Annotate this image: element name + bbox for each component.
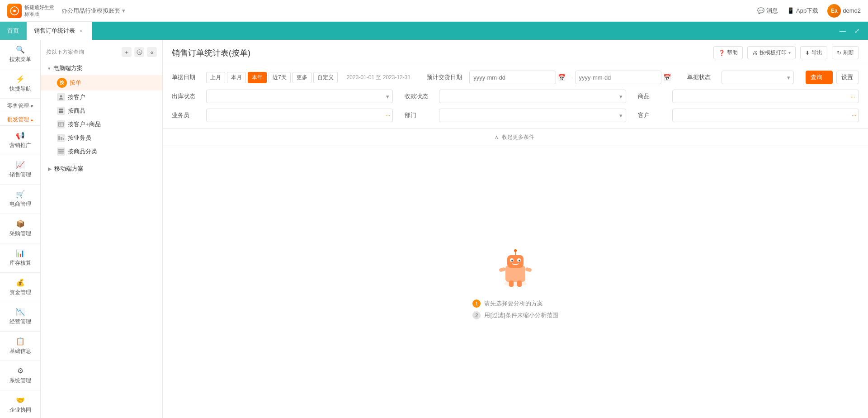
app-download-btn[interactable]: 📱 App下载 <box>787 7 818 15</box>
tab-sales-order[interactable]: 销售订单统计表 × <box>27 22 92 40</box>
empty-tip-1: 1 请先选择要分析的方案 <box>472 299 558 308</box>
sidebar-item-wholesale[interactable]: 批发管理 ▴ <box>0 112 40 126</box>
content-area: 按以下方案查询 + ✎ « ▾ 电脑端方案 按 按单 <box>41 40 868 418</box>
payment-status-select[interactable] <box>439 90 626 103</box>
left-panel-header: 按以下方案查询 + ✎ « <box>41 44 162 60</box>
svg-rect-6 <box>58 123 64 126</box>
pc-scheme-group: ▾ 电脑端方案 按 按单 按客户 按商品 <box>41 60 162 160</box>
filter-department-wrap: ▾ <box>439 109 626 122</box>
empty-tip-2: 2 用[过滤]条件来缩小分析范围 <box>472 311 558 319</box>
filter-row-status: 出库状态 ▾ 收款状态 ▾ 商品 ··· <box>172 90 859 103</box>
calendar-start-icon[interactable]: 📅 <box>558 74 566 81</box>
help-icon: ❓ <box>718 50 725 56</box>
calendar-end-icon[interactable]: 📅 <box>663 74 671 81</box>
topbar: 畅捷通好生意 标准版 办公用品行业模拟账套 ▾ 💬 消息 📱 App下载 Ea … <box>0 0 868 22</box>
status-select[interactable] <box>722 71 794 84</box>
more-date-btn[interactable]: 更多 <box>292 72 311 83</box>
collapse-bar[interactable]: ∧ 收起更多条件 <box>163 129 868 146</box>
sidebar-item-purchase[interactable]: 📦 采购管理 <box>0 214 40 243</box>
salesperson-input[interactable] <box>206 109 393 122</box>
sidebar-item-finance[interactable]: 💰 资金管理 <box>0 273 40 302</box>
settings-btn[interactable]: 设置 <box>836 71 859 84</box>
sidebar-item-sales[interactable]: 📈 销售管理 <box>0 155 40 185</box>
tree-child-by-salesperson[interactable]: 按业务员 <box>41 131 162 145</box>
tab-minimize-btn[interactable]: — <box>837 25 848 36</box>
tree-child-by-order[interactable]: 按 按单 <box>41 75 162 90</box>
tree-child-by-goods-category[interactable]: 按商品分类 <box>41 145 162 158</box>
expected-date-start-input[interactable] <box>469 71 556 84</box>
inventory-icon: 📊 <box>16 249 25 257</box>
sidebar-item-enterprise[interactable]: 🤝 企业协同 <box>0 390 40 418</box>
basic-info-icon: 📋 <box>16 337 25 346</box>
message-btn[interactable]: 💬 消息 <box>757 7 778 15</box>
tree-child-by-goods[interactable]: 按商品 <box>41 104 162 118</box>
goods-select[interactable] <box>672 90 859 103</box>
sidebar-item-retail[interactable]: 零售管理 ▾ <box>0 99 40 112</box>
expected-date-end-input[interactable] <box>575 71 661 84</box>
sidebar-item-operations[interactable]: 📉 经营管理 <box>0 302 40 332</box>
export-btn[interactable]: ⬇ 导出 <box>800 46 827 59</box>
customer-more-icon[interactable]: ··· <box>852 112 856 119</box>
system-icon: ⚙ <box>17 366 24 375</box>
tab-close-btn[interactable]: × <box>78 28 84 34</box>
empty-tips: 1 请先选择要分析的方案 2 用[过滤]条件来缩小分析范围 <box>472 299 558 319</box>
this-month-btn[interactable]: 本月 <box>227 72 246 83</box>
tab-maximize-btn[interactable]: ⤢ <box>852 25 863 36</box>
payment-status-label: 收款状态 <box>405 92 432 100</box>
tab-home[interactable]: 首页 <box>0 22 27 40</box>
svg-rect-26 <box>509 280 514 287</box>
this-year-btn[interactable]: 本年 <box>248 72 267 83</box>
sidebar-item-basic-info[interactable]: 📋 基础信息 <box>0 332 40 361</box>
sidebar-item-marketing[interactable]: 📢 营销推广 <box>0 126 40 155</box>
refresh-btn[interactable]: ↻ 刷新 <box>832 46 859 59</box>
breadcrumb[interactable]: 办公用品行业模拟账套 ▾ <box>54 7 757 15</box>
svg-rect-27 <box>517 280 522 287</box>
salesperson-more-icon[interactable]: ··· <box>386 112 390 119</box>
tree-parent-mobile[interactable]: ▶ 移动端方案 <box>41 162 162 176</box>
svg-rect-4 <box>59 109 63 113</box>
salesperson-label: 业务员 <box>172 111 199 119</box>
department-select[interactable] <box>439 109 626 122</box>
app-logo: 畅捷通好生意 标准版 <box>7 4 54 18</box>
sidebar-item-search-menu[interactable]: 🔍 搜索菜单 <box>0 40 40 69</box>
tree-child-by-customer[interactable]: 按客户 <box>41 90 162 104</box>
scheme-query-label: 按以下方案查询 <box>46 48 84 56</box>
message-icon: 💬 <box>757 7 764 14</box>
breadcrumb-text: 办公用品行业模拟账套 <box>61 7 120 15</box>
svg-rect-16 <box>505 266 525 282</box>
pc-group-label: 电脑端方案 <box>53 64 83 72</box>
svg-rect-14 <box>58 152 64 154</box>
collapse-panel-btn[interactable]: « <box>147 47 157 57</box>
last7-btn[interactable]: 近7天 <box>269 72 291 83</box>
svg-point-20 <box>511 260 513 261</box>
sidebar-item-system[interactable]: ⚙ 系统管理 <box>0 361 40 390</box>
edit-scheme-btn[interactable]: ✎ <box>134 47 144 57</box>
left-panel-actions: + ✎ « <box>122 47 157 57</box>
by-goods-category-icon <box>57 147 65 156</box>
finance-icon: 💰 <box>16 278 25 287</box>
svg-point-3 <box>60 95 62 98</box>
customer-input[interactable] <box>672 109 859 122</box>
date-buttons: 上月 本月 本年 近7天 更多 自定义 <box>206 72 338 83</box>
out-status-label: 出库状态 <box>172 92 199 100</box>
help-btn[interactable]: ❓ 帮助 <box>713 46 743 59</box>
custom-date-btn[interactable]: 自定义 <box>313 72 338 83</box>
add-scheme-btn[interactable]: + <box>122 47 132 57</box>
sidebar-item-quick-nav[interactable]: ⚡ 快捷导航 <box>0 69 40 99</box>
query-btn[interactable]: 查询 <box>806 71 833 84</box>
sidebar-item-ecommerce[interactable]: 🛒 电商管理 <box>0 185 40 214</box>
chevron-right-icon: ▶ <box>48 166 52 172</box>
out-status-select[interactable] <box>206 90 393 103</box>
date-separator: — <box>567 74 573 81</box>
refresh-icon: ↻ <box>837 50 841 56</box>
tree-parent-pc[interactable]: ▾ 电脑端方案 <box>41 62 162 75</box>
collapse-icon: ∧ <box>495 134 499 140</box>
tip-number-2: 2 <box>472 311 481 319</box>
tree-child-by-customer-goods[interactable]: 按客户+商品 <box>41 118 162 131</box>
sidebar-item-inventory[interactable]: 📊 库存核算 <box>0 243 40 273</box>
user-profile-btn[interactable]: Ea demo2 <box>827 4 861 18</box>
svg-text:✎: ✎ <box>138 51 141 54</box>
last-month-btn[interactable]: 上月 <box>206 72 225 83</box>
print-btn[interactable]: 🖨 按模板打印 ▾ <box>747 46 796 59</box>
tabbar-actions: — ⤢ <box>832 22 868 40</box>
